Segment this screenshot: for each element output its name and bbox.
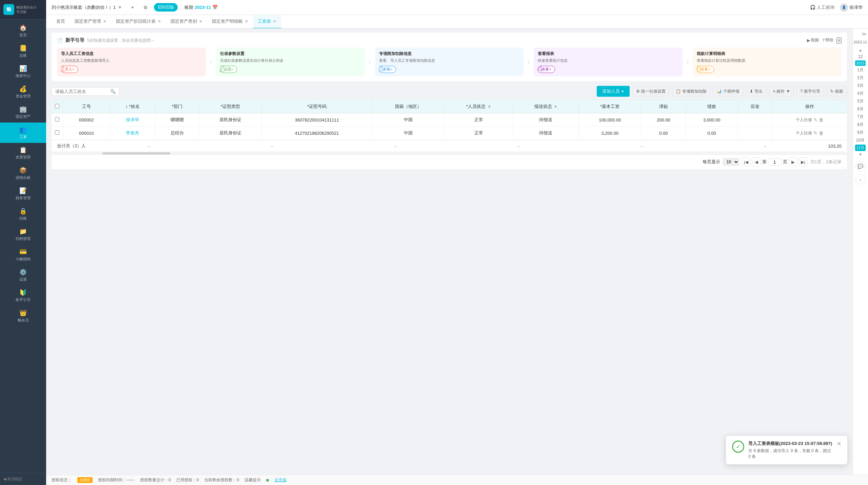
month-6[interactable]: 6月 [855,105,866,113]
right-panel-expand-icon[interactable]: ≫ [862,31,867,37]
sidebar-item-fixed-assets[interactable]: 🏢 固定资产 [0,102,46,123]
sidebar-item-settings[interactable]: ⚙️ 设置 [0,265,46,285]
account-settings-button[interactable]: ⚙ [140,4,151,11]
row2-name-link[interactable]: 李俊杰 [126,130,139,135]
row1-name-link[interactable]: 徐泽华 [126,117,139,122]
per-page-select[interactable]: 10 20 50 [723,158,739,166]
refresh-button[interactable]: ↻ 刷新 [827,87,847,96]
month-11-active[interactable]: 11月 [855,145,865,151]
feedback-icon[interactable]: 💬 [855,161,866,171]
tab-fixed-assets-close[interactable]: ✕ [103,19,106,24]
sidebar-item-closing[interactable]: 🔒 结账 [0,204,46,224]
sidebar-item-invoices[interactable]: 📋 发票管理 [0,143,46,163]
report-status-filter-icon[interactable]: ▼ [554,105,557,109]
sidebar-item-member[interactable]: 👑 畅会员 [0,306,46,326]
year-badge: 2023 [855,60,865,66]
row1-select[interactable] [55,117,59,122]
row1-delete-icon[interactable]: 🗑 [819,117,824,123]
export-button[interactable]: ⬇ 导出 [746,87,766,96]
tab-home[interactable]: 首页 [52,15,70,29]
onboarding-video-link[interactable]: ▶ 视频 [807,37,819,43]
sidebar-item-tax[interactable]: 📝 税务管理 [0,184,46,204]
month-1[interactable]: 1月 [855,66,866,74]
tab-depreciation[interactable]: 固定资产折旧统计表 ✕ [111,15,166,29]
tab-detail-close[interactable]: ✕ [245,19,248,24]
toast-close-button[interactable]: ✕ [837,441,841,447]
next-page-button[interactable]: ▶ [789,157,797,166]
step-3-title: 专项附加扣除信息 [379,51,520,57]
row1-social-button[interactable]: 个人社保 [796,117,812,123]
tab-payroll-close[interactable]: ✕ [273,19,276,24]
row2-edit-icon[interactable]: ✎ [813,130,817,136]
recharge-link[interactable]: 去充值 [274,477,287,483]
row2-select[interactable] [55,130,59,135]
sidebar-item-reports[interactable]: 📊 报表中心 [0,61,46,82]
month-7[interactable]: 7月 [855,113,866,121]
ai-service-button[interactable]: 🎧 人工咨询 [810,4,834,11]
month-3[interactable]: 3月 [855,82,866,90]
month-4[interactable]: 4月 [855,90,866,97]
guide-button[interactable]: ? 新手引导 [796,87,824,96]
tab-categories-close[interactable]: ✕ [199,19,202,24]
last-page-button[interactable]: ▶| [799,157,808,166]
tab-detail[interactable]: 固定资产明细账 ✕ [207,15,253,29]
select-all-checkbox[interactable] [55,104,59,108]
month-5[interactable]: 5月 [855,97,866,105]
tab-payroll-label: 工资表 [258,18,271,24]
sidebar: 畅 畅捷通好会计 专业版 🏠 首页 📒 总账 📊 报表中心 💰 资金管理 🏢 固… [0,0,46,485]
prev-year-icon[interactable]: ▲ [859,48,863,53]
col-id-number: *证照号码 [262,100,372,113]
onboarding-close-button[interactable]: ✕ [836,37,842,44]
search-icon[interactable]: 🔍 [110,89,116,94]
sidebar-item-expense[interactable]: 💳 小畅报销 [0,245,46,265]
social-insurance-button[interactable]: ⚙ 统一社保设置 [632,87,669,96]
download-icon[interactable]: ↓ [855,174,866,184]
footer-dash-2: -- [212,144,333,149]
sidebar-label-fixed-assets: 固定资产 [16,114,31,119]
toast-success-icon: ✓ [732,441,744,453]
month-2[interactable]: 2月 [855,74,866,82]
add-employee-button[interactable]: 添加人员 ▼ [597,86,630,97]
month-12[interactable]: 12 [855,53,866,60]
operations-button[interactable]: ≡ 操作 ▼ [769,87,794,96]
row2-social-button[interactable]: 个人社保 [796,130,812,136]
first-page-button[interactable]: |◀ [742,157,751,166]
sidebar-item-archive[interactable]: 📁 归档管理 [0,224,46,245]
sidebar-item-home[interactable]: 🏠 首页 [0,21,46,41]
next-year-icon[interactable]: ▼ [859,152,863,157]
month-8[interactable]: 8月 [855,121,866,129]
auth-status-value: 未授权 [77,477,93,483]
tab-fixed-assets[interactable]: 固定资产管理 ✕ [70,15,111,29]
table-row: 000010 李俊杰 总经办 居民身份证 412702198206290521 … [52,127,847,140]
sidebar-item-payroll[interactable]: 👥 工资 [0,123,46,143]
tax-report-button[interactable]: 📊 个税申报 [713,87,743,96]
status-filter-icon[interactable]: ▼ [488,105,491,109]
table-header-row: 工号 ↕ *姓名 *部门 *证照类型 *证照号码 国籍（地区） *人员状态 ▼ … [52,100,847,113]
account-selector[interactable]: 刘小艳演示账套（勿删勿动！）1 ▼ [52,4,122,11]
prev-page-button[interactable]: ◀ [752,157,761,166]
onboarding-links: ▶ 视频 ? 帮助 [807,37,833,43]
tab-categories[interactable]: 固定资产类别 ✕ [166,15,207,29]
tab-depreciation-close[interactable]: ✕ [158,19,161,24]
sidebar-toggle[interactable]: ◀ 取消固定 [0,473,46,485]
month-9[interactable]: 9月 [855,129,866,136]
onboarding-help-link[interactable]: ? 帮助 [822,37,833,43]
sidebar-item-funds[interactable]: 💰 资金管理 [0,82,46,102]
row2-department: 总经办 [155,127,199,140]
sidebar-item-guide[interactable]: 🔰 新手引导 [0,285,46,306]
add-account-button[interactable]: + [127,3,137,12]
user-menu[interactable]: 👤 徐泽华 [840,3,863,12]
sidebar-item-ledger[interactable]: 📒 总账 [0,41,46,61]
switch-version-button[interactable]: 切到旧版 [154,3,178,12]
sidebar-item-inventory[interactable]: 📦 进销台账 [0,163,46,184]
row1-edit-icon[interactable]: ✎ [813,117,817,123]
page-input[interactable] [768,158,782,166]
period-selector[interactable]: 账期 2023-11 📅 [184,4,218,11]
horizontal-scrollbar[interactable] [52,152,847,154]
month-10[interactable]: 10月 [855,136,866,144]
row2-should-pay [738,127,772,140]
search-input[interactable] [55,89,108,94]
special-deduction-button[interactable]: 📋 专项附加扣除 [672,87,710,96]
row2-delete-icon[interactable]: 🗑 [819,130,824,136]
tab-payroll[interactable]: 工资表 ✕ [253,15,281,29]
